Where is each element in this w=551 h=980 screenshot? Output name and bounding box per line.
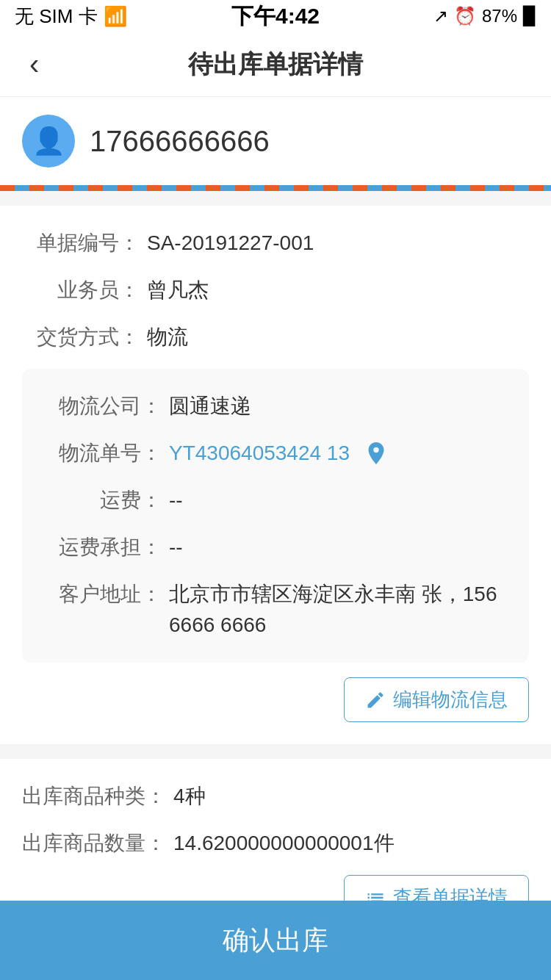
goods-types-value: 4种 — [173, 781, 529, 812]
goods-quantity-value: 14.620000000000001件 — [173, 828, 529, 859]
order-no-row: 单据编号： SA-20191227-001 — [22, 228, 529, 259]
salesman-value: 曾凡杰 — [147, 275, 529, 306]
goods-types-label: 出库商品种类： — [22, 781, 166, 812]
location-pin-icon[interactable] — [363, 440, 389, 466]
logistics-company-row: 物流公司： 圆通速递 — [44, 391, 507, 422]
avatar: 👤 — [22, 115, 75, 167]
status-right: ↗ ⏰ 87% ▉ — [433, 6, 536, 26]
page-title: 待出库单据详情 — [188, 48, 363, 82]
customer-header: 👤 17666666666 — [0, 97, 551, 185]
freight-value: -- — [169, 485, 507, 516]
address-row: 客户地址： 北京市市辖区海淀区永丰南 张，156 6666 6666 — [44, 579, 507, 641]
freight-bearer-value: -- — [169, 532, 507, 563]
salesman-label: 业务员： — [22, 275, 140, 306]
salesman-row: 业务员： 曾凡杰 — [22, 275, 529, 306]
goods-types-row: 出库商品种类： 4种 — [22, 781, 529, 812]
freight-label: 运费： — [44, 485, 162, 516]
alarm-icon: ⏰ — [454, 6, 476, 26]
logistics-company-label: 物流公司： — [44, 391, 162, 422]
nav-bar: ‹ 待出库单据详情 — [0, 32, 551, 97]
basic-info-section: 单据编号： SA-20191227-001 业务员： 曾凡杰 交货方式： 物流 … — [0, 206, 551, 744]
freight-bearer-row: 运费承担： -- — [44, 532, 507, 563]
battery-icon: ▉ — [523, 6, 536, 26]
order-no-value: SA-20191227-001 — [147, 228, 529, 259]
tracking-no-row: 物流单号： YT43064053424 13 — [44, 438, 507, 469]
logistics-section: 物流公司： 圆通速递 物流单号： YT43064053424 13 运费： --… — [22, 369, 529, 663]
confirm-label: 确认出库 — [223, 923, 328, 959]
avatar-icon: 👤 — [32, 126, 65, 156]
status-left: 无 SIM 卡 📶 — [15, 4, 127, 29]
freight-bearer-label: 运费承担： — [44, 532, 162, 563]
customer-phone: 17666666666 — [90, 125, 270, 158]
status-bar: 无 SIM 卡 📶 下午4:42 ↗ ⏰ 87% ▉ — [0, 0, 551, 32]
goods-quantity-row: 出库商品数量： 14.620000000000001件 — [22, 828, 529, 859]
confirm-button[interactable]: 确认出库 — [0, 901, 551, 980]
delivery-method-label: 交货方式： — [22, 322, 140, 353]
edit-icon — [365, 690, 386, 710]
delivery-method-value: 物流 — [147, 322, 529, 353]
battery-text: 87% — [482, 6, 517, 26]
edit-logistics-container: 编辑物流信息 — [22, 677, 529, 722]
goods-quantity-label: 出库商品数量： — [22, 828, 166, 859]
dashed-divider — [0, 185, 551, 191]
status-time: 下午4:42 — [231, 1, 320, 32]
no-sim-text: 无 SIM 卡 — [15, 4, 98, 29]
order-no-label: 单据编号： — [22, 228, 140, 259]
tracking-no-value: YT43064053424 13 — [169, 438, 507, 469]
location-icon: ↗ — [433, 6, 448, 26]
edit-logistics-label: 编辑物流信息 — [393, 687, 508, 713]
delivery-method-row: 交货方式： 物流 — [22, 322, 529, 353]
back-button[interactable]: ‹ — [22, 40, 46, 88]
wifi-icon: 📶 — [104, 5, 127, 28]
logistics-company-value: 圆通速递 — [169, 391, 507, 422]
edit-logistics-button[interactable]: 编辑物流信息 — [344, 677, 529, 722]
tracking-no-label: 物流单号： — [44, 438, 162, 469]
address-label: 客户地址： — [44, 579, 162, 610]
freight-row: 运费： -- — [44, 485, 507, 516]
address-value: 北京市市辖区海淀区永丰南 张，156 6666 6666 — [169, 579, 507, 641]
